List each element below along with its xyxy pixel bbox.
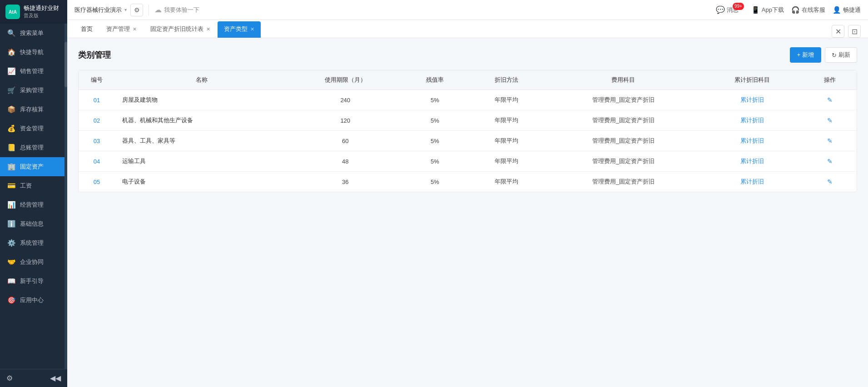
home-icon: 🏠 <box>7 48 15 56</box>
guide-icon: 📖 <box>7 277 15 285</box>
cell-expense: 管理费用_固定资产折旧 <box>545 151 701 172</box>
refresh-button[interactable]: ↻ 刷新 <box>825 47 857 63</box>
inventory-icon: 📦 <box>7 105 15 114</box>
cell-edit[interactable]: ✎ <box>803 110 857 131</box>
cell-period: 120 <box>288 110 402 131</box>
sidebar-item-guide[interactable]: 📖 新手引导 <box>0 272 67 291</box>
cell-method: 年限平均 <box>468 151 546 172</box>
cell-residual: 5% <box>402 131 467 151</box>
sidebar-item-sales[interactable]: 📈 销售管理 <box>0 62 67 81</box>
gear-icon: ⚙ <box>134 6 140 14</box>
table-row: 02 机器、机械和其他生产设备 120 5% 年限平均 管理费用_固定资产折旧 … <box>79 110 857 131</box>
sidebar-item-ledger[interactable]: 📒 总账管理 <box>0 138 67 157</box>
basic-info-icon: ℹ️ <box>7 220 15 228</box>
sidebar-item-quick-nav[interactable]: 🏠 快捷导航 <box>0 43 67 62</box>
cell-period: 48 <box>288 151 402 172</box>
cell-expense: 管理费用_固定资产折旧 <box>545 90 701 110</box>
tab-fixed-depreciation-label: 固定资产折旧统计表 <box>150 25 203 33</box>
tab-fixed-depreciation[interactable]: 固定资产折旧统计表 ✕ <box>144 21 217 38</box>
demo-selector[interactable]: 医疗器械行业演示 ▾ <box>74 6 127 14</box>
new-button[interactable]: + 新增 <box>790 47 821 63</box>
tab-asset-type-close[interactable]: ✕ <box>250 26 254 32</box>
tabbar: 首页 资产管理 ✕ 固定资产折旧统计表 ✕ 资产类型 ✕ ✕ ⊡ <box>67 20 868 38</box>
cell-name: 房屋及建筑物 <box>115 90 288 110</box>
cell-period: 36 <box>288 172 402 192</box>
tab-asset-mgmt-close[interactable]: ✕ <box>133 26 137 32</box>
refresh-icon: ↻ <box>832 52 837 59</box>
cell-accumulated: 累计折旧 <box>701 131 803 151</box>
sidebar-item-enterprise[interactable]: 🤝 企业协同 <box>0 253 67 272</box>
topbar-divider <box>149 5 149 15</box>
col-header-period: 使用期限（月） <box>288 70 402 90</box>
data-table: 编号 名称 使用期限（月） 残值率 折旧方法 费用科目 累计折旧科目 操作 01… <box>78 70 857 192</box>
cell-name: 电子设备 <box>115 172 288 192</box>
tab-fixed-depreciation-close[interactable]: ✕ <box>206 26 210 32</box>
topbar: 医疗器械行业演示 ▾ ⚙ ☁ 我要体验一下 💬 消息 99+ 📱 App下载 🎧… <box>67 0 868 20</box>
cell-id: 04 <box>79 151 115 172</box>
demo-arrow-icon: ▾ <box>124 7 127 12</box>
cell-edit[interactable]: ✎ <box>803 131 857 151</box>
sidebar-item-payroll[interactable]: 💳 工资 <box>0 176 67 195</box>
close-window-button[interactable]: ✕ <box>832 25 844 38</box>
col-header-id: 编号 <box>79 70 115 90</box>
col-header-method: 折旧方法 <box>468 70 546 90</box>
cell-edit[interactable]: ✎ <box>803 172 857 192</box>
col-header-residual: 残值率 <box>402 70 467 90</box>
cell-expense: 管理费用_固定资产折旧 <box>545 172 701 192</box>
ledger-icon: 📒 <box>7 144 15 152</box>
experience-button[interactable]: ☁ 我要体验一下 <box>154 5 199 14</box>
cell-residual: 5% <box>402 90 467 110</box>
cell-period: 240 <box>288 90 402 110</box>
enterprise-icon: 🤝 <box>7 258 15 266</box>
cell-edit[interactable]: ✎ <box>803 151 857 172</box>
sidebar-logo: AtA 畅捷通好业财 普及版 <box>0 0 67 24</box>
sidebar-item-basic-info[interactable]: ℹ️ 基础信息 <box>0 214 67 233</box>
sidebar-item-capital[interactable]: 💰 资金管理 <box>0 119 67 138</box>
cell-method: 年限平均 <box>468 90 546 110</box>
tab-asset-type[interactable]: 资产类型 ✕ <box>218 21 261 38</box>
cloud-icon: ☁ <box>154 5 162 14</box>
settings-button[interactable]: ⚙ <box>130 4 143 16</box>
col-header-action: 操作 <box>803 70 857 90</box>
tab-home[interactable]: 首页 <box>74 21 99 38</box>
table-header-row: 编号 名称 使用期限（月） 残值率 折旧方法 费用科目 累计折旧科目 操作 <box>79 70 857 90</box>
table-row: 03 器具、工具、家具等 60 5% 年限平均 管理费用_固定资产折旧 累计折旧… <box>79 131 857 151</box>
message-button[interactable]: 💬 消息 99+ <box>710 5 744 14</box>
sidebar-item-purchase[interactable]: 🛒 采购管理 <box>0 81 67 100</box>
settings-bottom-icon[interactable]: ⚙ <box>6 374 13 382</box>
col-header-accumulated: 累计折旧科目 <box>701 70 803 90</box>
maximize-window-button[interactable]: ⊡ <box>848 25 861 38</box>
sidebar-item-inventory[interactable]: 📦 库存核算 <box>0 100 67 119</box>
cell-id: 03 <box>79 131 115 151</box>
user-menu[interactable]: 👤 畅捷通 <box>833 6 861 14</box>
cell-method: 年限平均 <box>468 172 546 192</box>
tab-asset-mgmt[interactable]: 资产管理 ✕ <box>100 21 143 38</box>
page-title: 类别管理 <box>78 50 111 60</box>
customer-service-label: 在线客服 <box>802 6 825 14</box>
cell-expense: 管理费用_固定资产折旧 <box>545 110 701 131</box>
capital-icon: 💰 <box>7 124 15 133</box>
cell-expense: 管理费用_固定资产折旧 <box>545 131 701 151</box>
experience-label: 我要体验一下 <box>164 6 199 14</box>
page-content: 类别管理 + 新增 ↻ 刷新 编号 名称 使用期限（月） 残值率 <box>67 38 868 387</box>
cell-name: 运输工具 <box>115 151 288 172</box>
cell-method: 年限平均 <box>468 131 546 151</box>
cell-accumulated: 累计折旧 <box>701 110 803 131</box>
user-avatar-icon: 👤 <box>833 6 841 14</box>
message-badge: 99+ <box>733 3 744 10</box>
sidebar-item-app-center[interactable]: 🎯 应用中心 <box>0 291 67 310</box>
cell-residual: 5% <box>402 110 467 131</box>
collapse-icon[interactable]: ◀◀ <box>50 374 61 382</box>
payroll-icon: 💳 <box>7 182 15 190</box>
sidebar-item-system[interactable]: ⚙️ 系统管理 <box>0 233 67 253</box>
sidebar-item-search[interactable]: 🔍 搜索菜单 <box>0 24 67 43</box>
customer-service-button[interactable]: 🎧 在线客服 <box>791 6 825 14</box>
cell-id: 02 <box>79 110 115 131</box>
sidebar-item-operations[interactable]: 📊 经营管理 <box>0 195 67 214</box>
tabbar-actions: ✕ ⊡ <box>832 25 861 38</box>
col-header-name: 名称 <box>115 70 288 90</box>
sidebar-item-fixed-assets[interactable]: 🏢 固定资产 <box>0 157 67 176</box>
cell-edit[interactable]: ✎ <box>803 90 857 110</box>
app-download-button[interactable]: 📱 App下载 <box>751 6 784 14</box>
message-icon: 💬 <box>716 5 725 14</box>
